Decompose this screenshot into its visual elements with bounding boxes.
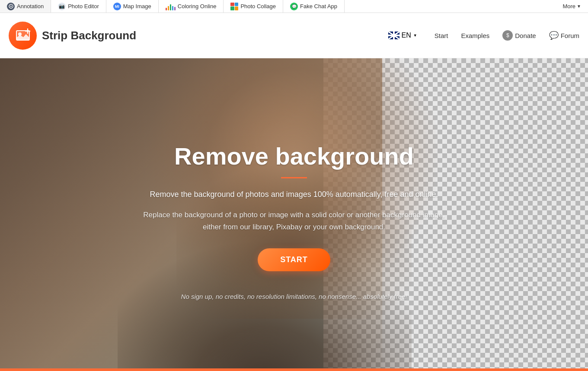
footer-accent-bar	[0, 368, 588, 371]
hero-title: Remove background	[134, 142, 454, 170]
nav-more-button[interactable]: More ▼	[556, 0, 588, 13]
hero-divider	[281, 177, 307, 178]
map-image-label: Map Image	[123, 3, 151, 10]
more-label: More	[562, 3, 575, 10]
nav-start-link[interactable]: Start	[435, 32, 448, 39]
donate-link[interactable]: $ Donate	[502, 30, 536, 41]
annotation-icon	[7, 3, 15, 10]
logo-svg	[15, 27, 31, 44]
header-navigation: EN ▼ Start Examples $ Donate 💬 Forum	[388, 30, 579, 41]
forum-link[interactable]: 💬 Forum	[549, 31, 579, 40]
site-logo[interactable]	[9, 22, 37, 50]
site-title: Strip Background	[42, 29, 136, 42]
logo-container: Strip Background	[9, 22, 388, 50]
photo-collage-label: Photo Collage	[240, 3, 276, 10]
map-image-icon: MI	[113, 3, 121, 10]
photo-editor-icon: 📷	[58, 3, 66, 10]
more-chevron-icon: ▼	[577, 4, 581, 9]
site-header: Strip Background EN ▼ Start Examples $ D…	[0, 13, 588, 58]
photo-collage-icon	[230, 3, 238, 10]
nav-item-fake-chat[interactable]: 💬 Fake Chat App	[283, 0, 345, 13]
donate-label: Donate	[515, 32, 536, 39]
svg-point-1	[10, 6, 12, 7]
language-selector[interactable]: EN ▼	[388, 32, 417, 39]
nav-examples-link[interactable]: Examples	[461, 32, 489, 39]
flag-icon	[388, 32, 399, 39]
photo-editor-label: Photo Editor	[68, 3, 99, 10]
hero-footer-text: No sign up, no credits, no resolution li…	[134, 293, 454, 300]
nav-item-photo-collage[interactable]: Photo Collage	[224, 0, 283, 13]
nav-item-annotation[interactable]: Annotation	[0, 0, 51, 13]
fake-chat-icon: 💬	[290, 3, 298, 10]
start-button[interactable]: START	[258, 248, 330, 271]
lang-chevron-icon: ▼	[413, 33, 417, 38]
hero-description: Replace the background of a photo or ima…	[134, 209, 454, 232]
coloring-icon	[166, 3, 176, 10]
hero-content: Remove background Remove the background …	[125, 133, 463, 308]
forum-icon: 💬	[549, 31, 559, 40]
coloring-label: Coloring Online	[178, 3, 217, 10]
forum-label: Forum	[561, 32, 579, 39]
top-navigation: Annotation 📷 Photo Editor MI Map Image C…	[0, 0, 588, 13]
language-label: EN	[402, 32, 411, 39]
hero-section: Remove background Remove the background …	[0, 58, 588, 371]
nav-item-photo-editor[interactable]: 📷 Photo Editor	[51, 0, 106, 13]
nav-item-map-image[interactable]: MI Map Image	[106, 0, 159, 13]
annotation-label: Annotation	[17, 3, 44, 10]
fake-chat-label: Fake Chat App	[300, 3, 337, 10]
hero-subtitle: Remove the background of photos and imag…	[134, 189, 454, 200]
donate-icon: $	[502, 30, 513, 41]
nav-item-coloring[interactable]: Coloring Online	[159, 0, 224, 13]
